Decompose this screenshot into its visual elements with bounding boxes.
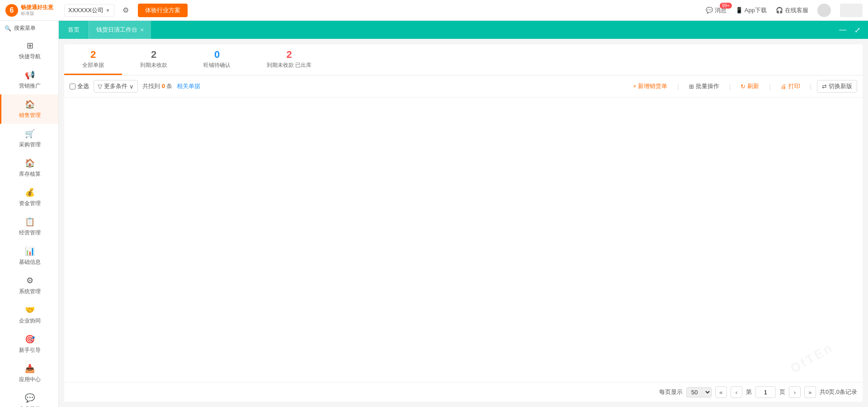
close-tab-icon[interactable]: × [140,26,144,33]
purchase-icon: 🛒 [24,128,35,139]
sidebar-item-finance[interactable]: 💰 资金管理 [0,182,58,212]
sidebar-item-label: 经营管理 [19,229,41,237]
last-page-btn[interactable]: » [804,386,816,398]
sidebar-item-app-center[interactable]: 📥 应用中心 [0,359,58,388]
stat-count-overdue-shipped: 2 [287,49,292,61]
sidebar-item-label: 营销推广 [19,82,41,90]
company-selector[interactable]: XXXXXX公司 ▼ [64,4,114,17]
tab-bar-actions: — ⤢ [835,23,868,37]
print-label: 打印 [788,82,800,90]
app-download-item[interactable]: 📱 App下载 [736,6,767,14]
found-text: 共找到 0 条 [142,82,172,90]
add-order-button[interactable]: + 新增销货单 [628,80,672,92]
app-download-icon: 📱 [736,7,743,14]
guide-icon: 🎯 [24,334,35,345]
stat-count-pending: 0 [214,49,220,61]
logo-sub: 标准版 [21,11,53,16]
refresh-button[interactable]: ↻ 刷新 [736,80,764,92]
sidebar-item-label: 系统管理 [19,288,41,295]
logo-text: 畅捷通好生意 标准版 [21,4,53,16]
sidebar-item-label: 企业微信 [19,405,41,407]
batch-button[interactable]: ⊞ 批量操作 [684,80,724,92]
sidebar-item-sales[interactable]: 🏠 销售管理 [0,94,58,124]
sidebar-item-system[interactable]: ⚙ 系统管理 [0,271,58,300]
settings-icon[interactable]: ⚙ [119,4,132,17]
tab-home-label: 首页 [68,26,80,34]
system-icon: ⚙ [24,275,35,286]
sidebar-item-quick-nav[interactable]: ⊞ 快捷导航 [0,36,58,65]
chevron-down-icon: ▼ [105,8,110,13]
sidebar-item-label: 基础信息 [19,258,41,266]
filter-button[interactable]: ▽ 更多条件 ∨ [94,80,138,93]
company-name: XXXXXX公司 [68,6,104,14]
tab-home[interactable]: 首页 [59,21,89,39]
top-bar: 6 畅捷通好生意 标准版 XXXXXX公司 ▼ ⚙ 体验行业方案 💬 消息 99… [0,0,868,21]
tab-maximize-btn[interactable]: ⤢ [850,23,864,37]
base-info-icon: 📊 [24,246,35,257]
per-page-select[interactable]: 50 100 200 [686,387,712,398]
sub-content: 2 全部单据 2 到期未收款 0 旺铺待确认 2 到期未收款 已出库 [59,39,868,407]
notification-badge: 99+ [720,3,732,9]
sidebar-search[interactable]: 🔍 搜索菜单 [0,21,58,36]
enterprise-icon: 🤝 [24,304,35,315]
logo-icon: 6 [5,4,18,17]
sidebar-item-operations[interactable]: 📋 经营管理 [0,212,58,241]
chevron-down-icon: ∨ [129,83,134,90]
page-number-input[interactable] [755,386,776,398]
batch-label: 批量操作 [696,82,719,90]
switch-version-button[interactable]: ⇄ 切换新版 [817,80,857,93]
stat-tab-overdue-shipped[interactable]: 2 到期未收款 已出库 [249,44,330,75]
refresh-icon: ↻ [741,83,745,90]
select-all-input[interactable] [70,84,75,89]
stat-label-all: 全部单据 [82,61,104,69]
related-orders-link[interactable]: 相关单据 [177,82,200,90]
marketing-icon: 📢 [24,70,35,80]
online-support-item[interactable]: 🎧 在线客服 [776,6,808,14]
stat-tab-overdue[interactable]: 2 到期未收款 [122,44,185,75]
tab-bar: 首页 钱货日清工作台 × — ⤢ [59,21,868,39]
tab-minimize-btn[interactable]: — [835,23,850,37]
stat-label-overdue: 到期未收款 [140,61,167,69]
pagination-bar: 每页显示 50 100 200 « ‹ 第 页 › » 共0页,0条记录 [64,382,863,402]
search-icon: 🔍 [5,25,11,32]
user-name-area [840,4,863,17]
stat-count-all: 2 [90,49,96,61]
notification-item[interactable]: 💬 消息 99+ [706,6,726,14]
toolbar-right: + 新增销货单 | ⊞ 批量操作 | ↻ 刷新 | 🖨 [628,80,857,93]
page-suffix-label: 页 [779,388,785,396]
sales-icon: 🏠 [24,99,35,110]
sidebar-item-purchase[interactable]: 🛒 采购管理 [0,124,58,153]
stat-tab-all[interactable]: 2 全部单据 [64,44,122,75]
online-support-label: 在线客服 [785,6,808,14]
select-all-checkbox[interactable]: 全选 [70,82,89,90]
sidebar-item-label: 快捷导航 [19,53,41,61]
finance-icon: 💰 [24,187,35,198]
toolbar: 全选 ▽ 更多条件 ∨ 共找到 0 条 相关单据 [64,75,863,98]
sidebar-item-guide[interactable]: 🎯 新手引导 [0,329,58,359]
first-page-btn[interactable]: « [715,386,727,398]
page-prefix-label: 第 [746,388,752,396]
sidebar-item-wechat[interactable]: 💬 企业微信 [0,388,58,407]
toolbar-left: 全选 ▽ 更多条件 ∨ 共找到 0 条 相关单据 [70,80,623,93]
sidebar-item-marketing[interactable]: 📢 营销推广 [0,65,58,94]
online-support-icon: 🎧 [776,7,783,14]
avatar[interactable] [817,4,831,17]
tab-work-station[interactable]: 钱货日清工作台 × [89,21,151,39]
filter-label: 更多条件 [104,82,127,90]
wechat-icon: 💬 [24,393,35,403]
trial-button[interactable]: 体验行业方案 [138,4,188,17]
tab-work-station-label: 钱货日清工作台 [96,26,137,34]
switch-label: 切换新版 [829,82,852,90]
print-button[interactable]: 🖨 打印 [776,80,805,92]
sidebar-item-enterprise[interactable]: 🤝 企业协同 [0,300,58,329]
stat-tab-pending[interactable]: 0 旺铺待确认 [185,44,249,75]
app-center-icon: 📥 [24,363,35,374]
prev-page-btn[interactable]: ‹ [731,386,742,398]
sidebar-search-label: 搜索菜单 [14,24,36,32]
sidebar: 🔍 搜索菜单 ⊞ 快捷导航 📢 营销推广 🏠 销售管理 🛒 采购管理 🏠 库存核… [0,21,59,407]
next-page-btn[interactable]: › [789,386,801,398]
print-icon: 🖨 [781,83,787,90]
sidebar-item-base-info[interactable]: 📊 基础信息 [0,241,58,271]
sidebar-item-inventory[interactable]: 🏠 库存核算 [0,153,58,182]
operations-icon: 📋 [24,216,35,227]
